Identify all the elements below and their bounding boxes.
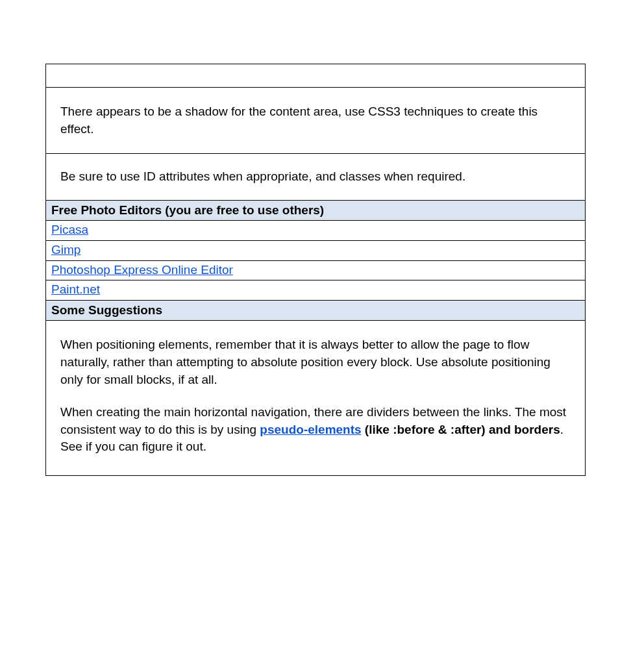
suggestion-para-2: When creating the main horizontal naviga… — [60, 404, 571, 456]
pseudo-elements-link[interactable]: pseudo-elements — [260, 423, 361, 436]
id-note-cell: Be sure to use ID attributes when approp… — [46, 154, 586, 201]
photoshop-express-link[interactable]: Photoshop Express Online Editor — [51, 263, 233, 277]
editor-link-cell: Picasa — [46, 221, 586, 241]
editor-link-cell: Paint.net — [46, 280, 586, 301]
suggestions-header-text: Some Suggestions — [46, 301, 585, 321]
empty-row — [46, 64, 586, 88]
paintnet-link[interactable]: Paint.net — [51, 282, 100, 296]
id-note-text: Be sure to use ID attributes when approp… — [46, 154, 585, 200]
editor-link-cell: Gimp — [46, 240, 586, 260]
gimp-link[interactable]: Gimp — [51, 243, 80, 256]
suggestions-cell: When positioning elements, remember that… — [46, 321, 586, 476]
editor-link-cell: Photoshop Express Online Editor — [46, 260, 586, 280]
shadow-note-text: There appears to be a shadow for the con… — [46, 88, 585, 153]
suggestion-para-2-bold: (like :before & :after) and borders — [362, 423, 560, 436]
photo-editors-header-text: Free Photo Editors (you are free to use … — [46, 201, 585, 221]
suggestions-header-cell: Some Suggestions — [46, 300, 586, 321]
picasa-link[interactable]: Picasa — [51, 223, 88, 236]
photo-editors-header-cell: Free Photo Editors (you are free to use … — [46, 200, 586, 221]
suggestion-para-1: When positioning elements, remember that… — [60, 336, 571, 388]
shadow-note-cell: There appears to be a shadow for the con… — [46, 88, 586, 154]
document-table: There appears to be a shadow for the con… — [45, 64, 586, 476]
